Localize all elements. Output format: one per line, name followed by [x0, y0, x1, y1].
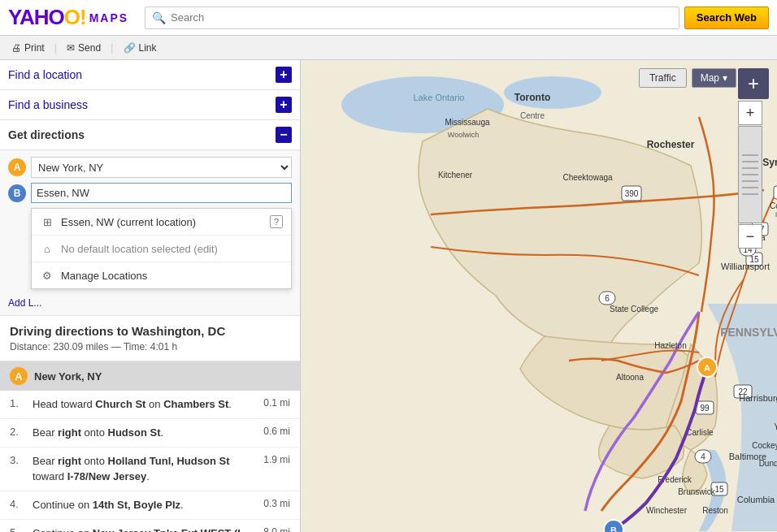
from-select[interactable]: New York, NY: [31, 157, 292, 178]
step-number: 3.: [10, 454, 24, 466]
maps-logo-text: MAPS: [89, 11, 128, 24]
svg-text:B: B: [610, 526, 617, 532]
toolbar: 🖨 Print | ✉ Send | 🔗 Link: [0, 36, 777, 60]
link-button[interactable]: 🔗 Link: [120, 41, 160, 55]
yahoo-logo-text: YAHOO!: [8, 5, 86, 30]
home-icon: ⌂: [40, 241, 54, 256]
svg-text:Cortland: Cortland: [770, 201, 777, 210]
directions-destination: Driving directions to Washington, DC: [10, 324, 290, 338]
svg-text:Hazleton: Hazleton: [654, 341, 686, 350]
step-text: Bear right onto Hudson St.: [33, 426, 250, 440]
directions-summary: Distance: 230.09 miles — Time: 4:01 h: [10, 341, 290, 353]
zoom-slider-track: [742, 154, 758, 195]
get-directions-toggle[interactable]: −: [276, 127, 292, 143]
waypoint-a-badge: A: [10, 367, 28, 385]
directions-result: Driving directions to Washington, DC Dis…: [0, 316, 300, 361]
dropdown-item-manage[interactable]: ⚙ Manage Locations: [32, 262, 291, 288]
left-panel: Find a location + Find a business + Get …: [0, 60, 301, 532]
zoom-out-button[interactable]: −: [738, 224, 762, 249]
svg-text:Reston: Reston: [702, 506, 728, 515]
svg-text:Carlisle: Carlisle: [686, 428, 714, 437]
svg-text:York: York: [774, 422, 777, 431]
svg-text:Centre: Centre: [520, 111, 545, 120]
location-dropdown: ⊞ Essen, NW (current location) ? ⌂ No de…: [31, 208, 292, 289]
step-number: 4.: [10, 498, 24, 510]
zoom-in-button[interactable]: +: [738, 101, 762, 125]
svg-text:Columbia: Columbia: [737, 495, 775, 504]
step-number: 2.: [10, 426, 24, 438]
find-location-section[interactable]: Find a location +: [0, 60, 300, 90]
svg-text:State College: State College: [610, 305, 658, 314]
step-text: Continue on New Jersey Tpke Ext WEST (I-…: [33, 526, 250, 532]
zoom-slider[interactable]: [738, 126, 762, 223]
map-type-button[interactable]: Map ▾: [692, 68, 736, 88]
waypoint-a-header: A New York, NY: [0, 361, 300, 391]
step-distance: 0.3 mi: [258, 498, 290, 509]
step-number: 5.: [10, 526, 24, 532]
get-directions-title: Get directions: [8, 128, 85, 141]
map-type-chevron-icon: ▾: [723, 72, 727, 84]
step-distance: 8.0 mi: [258, 526, 290, 532]
search-web-button[interactable]: Search Web: [684, 6, 769, 29]
find-location-title: Find a location: [8, 68, 82, 81]
distance-value: 230.09 miles: [53, 341, 108, 353]
svg-text:99: 99: [700, 404, 710, 413]
get-directions-section: Get directions −: [0, 120, 300, 150]
table-row: 2. Bear right onto Hudson St. 0.6 mi: [0, 419, 300, 448]
step-distance: 1.9 mi: [258, 454, 290, 465]
table-row: 3. Bear right onto Holland Tunl, Hudson …: [0, 448, 300, 491]
svg-text:15: 15: [714, 485, 724, 494]
time-value: 4:01 h: [150, 341, 177, 353]
svg-text:Kitchener: Kitchener: [438, 171, 473, 179]
dropdown-item-manage-text: Manage Locations: [61, 270, 147, 282]
find-business-toggle[interactable]: +: [276, 97, 292, 113]
print-button[interactable]: 🖨 Print: [8, 41, 48, 55]
zoom-plus-big-button[interactable]: +: [738, 68, 769, 99]
table-row: 5. Continue on New Jersey Tpke Ext WEST …: [0, 520, 300, 532]
svg-text:4: 4: [701, 452, 705, 461]
find-business-section[interactable]: Find a business +: [0, 90, 300, 120]
svg-text:A: A: [704, 363, 710, 373]
help-icon[interactable]: ?: [270, 215, 283, 228]
search-input[interactable]: [171, 11, 672, 24]
dropdown-item-current-text: Essen, NW (current location): [61, 216, 196, 228]
zoom-controls: + + −: [738, 68, 769, 249]
find-location-toggle[interactable]: +: [276, 67, 292, 83]
dropdown-item-home[interactable]: ⌂ No default location selected (edit): [32, 236, 291, 262]
map-area[interactable]: Lake Ontario: [301, 60, 777, 532]
from-row: A New York, NY: [8, 157, 292, 178]
table-row: 1. Head toward Church St on Chambers St.…: [0, 391, 300, 419]
header: YAHOO! MAPS 🔍 Search Web: [0, 0, 777, 36]
to-row: B Essen, NW: [8, 183, 292, 203]
svg-text:Toronto: Toronto: [514, 92, 550, 103]
search-bar[interactable]: 🔍: [145, 6, 679, 29]
svg-text:Brunswick: Brunswick: [678, 487, 716, 496]
send-label: Send: [78, 42, 101, 54]
dropdown-item-current[interactable]: ⊞ Essen, NW (current location) ?: [32, 209, 291, 236]
directions-steps: 1. Head toward Church St on Chambers St.…: [0, 391, 300, 532]
print-label: Print: [24, 42, 45, 54]
gear-icon: ⚙: [40, 268, 54, 283]
svg-rect-10: [774, 186, 777, 199]
svg-text:Cheektowaga: Cheektowaga: [562, 173, 613, 182]
send-button[interactable]: ✉ Send: [63, 41, 104, 55]
traffic-button[interactable]: Traffic: [639, 68, 687, 88]
svg-text:Dundalk: Dundalk: [759, 459, 777, 468]
add-location-link[interactable]: Add L...: [8, 297, 41, 309]
computer-icon: ⊞: [40, 214, 54, 229]
svg-text:6: 6: [605, 294, 610, 303]
time-label: Time:: [124, 341, 148, 353]
print-icon: 🖨: [11, 42, 21, 54]
map-type-label: Map: [701, 72, 719, 84]
map-controls: Traffic Map ▾: [639, 68, 736, 88]
logo: YAHOO! MAPS: [8, 5, 128, 30]
svg-text:Winchester: Winchester: [646, 506, 688, 515]
svg-text:Mississauga: Mississauga: [445, 118, 489, 127]
search-icon: 🔍: [152, 11, 166, 24]
from-label: A: [8, 158, 26, 176]
step-number: 1.: [10, 397, 24, 409]
step-text: Continue on 14th St, Boyle Plz.: [33, 498, 250, 513]
map-svg: Lake Ontario: [301, 60, 777, 532]
main-layout: Find a location + Find a business + Get …: [0, 60, 777, 532]
route-inputs: A New York, NY B Essen, NW ⊞ Essen, NW (…: [0, 150, 300, 316]
